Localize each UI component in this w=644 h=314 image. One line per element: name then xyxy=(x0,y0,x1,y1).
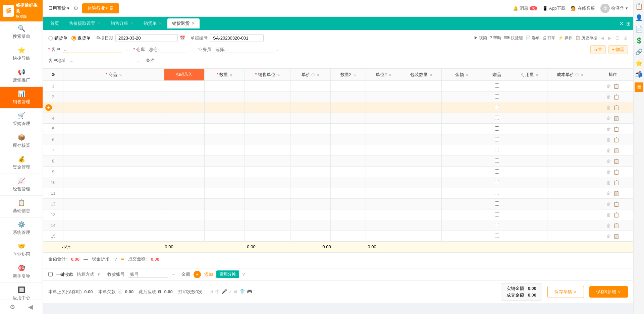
copy-row-btn[interactable]: 📋 xyxy=(613,201,619,207)
warehouse-input[interactable] xyxy=(147,46,187,53)
copy-row-btn[interactable]: 📋 xyxy=(613,212,619,217)
add-row-btn[interactable]: + xyxy=(45,104,52,111)
delete-row-btn[interactable]: 🗑 xyxy=(606,126,611,132)
delete-row-btn[interactable]: 🗑 xyxy=(606,223,611,228)
tab-close-delivery[interactable]: ✕ xyxy=(159,21,162,26)
delete-row-btn[interactable]: 🗑 xyxy=(606,148,611,153)
shortcut-btn[interactable]: ⌨ 快捷键 xyxy=(504,35,523,41)
gift-checkbox-10[interactable] xyxy=(495,180,499,184)
copy-row-btn[interactable]: 📋 xyxy=(613,169,619,175)
delete-row-btn[interactable]: 🗑 xyxy=(606,105,611,110)
view-list-icon[interactable]: ☰ xyxy=(615,36,620,41)
customer-more-btn[interactable]: ··· xyxy=(124,47,128,52)
delete-row-btn[interactable]: 🗑 xyxy=(606,201,611,207)
remark-input[interactable] xyxy=(157,57,291,64)
copy-row-btn[interactable]: 📋 xyxy=(613,83,619,89)
product-sort-icon[interactable]: ⇅ xyxy=(119,73,122,77)
one-key-checkbox[interactable] xyxy=(48,272,53,276)
price-sort-icon[interactable]: ⇅ xyxy=(317,73,319,77)
copy-row-btn[interactable]: 📋 xyxy=(613,116,619,121)
gift-checkbox-15[interactable] xyxy=(495,234,499,238)
address-input[interactable] xyxy=(68,57,135,64)
tab-close-price[interactable]: ✕ xyxy=(97,21,101,26)
settings-gear-icon[interactable]: ⚙ xyxy=(73,5,78,11)
save-draft-btn[interactable]: 保存草稿 ∧ xyxy=(547,286,584,298)
delete-row-btn[interactable]: 🗑 xyxy=(606,116,611,121)
user-menu[interactable]: 徐 徐泽华 ▾ xyxy=(600,4,628,13)
address-more-btn[interactable]: ··· xyxy=(137,58,141,63)
amount-sort-icon[interactable]: ⇅ xyxy=(466,73,468,77)
tab-close-return[interactable]: ✕ xyxy=(192,21,195,26)
gift-checkbox-13[interactable] xyxy=(495,212,499,216)
sidebar-item-system[interactable]: ⚙️ 系统管理 xyxy=(0,217,43,239)
radio-return[interactable]: 退货单 xyxy=(71,35,91,41)
unit-sort-icon[interactable]: ⇅ xyxy=(277,73,280,77)
sidebar-item-operations[interactable]: 📈 经营管理 xyxy=(0,174,43,196)
number-input[interactable] xyxy=(210,34,264,42)
pack-sort-icon[interactable]: ⇅ xyxy=(430,73,432,77)
cost-sort-icon[interactable]: ⇅ xyxy=(581,73,583,77)
help-btn[interactable]: ? 帮助 xyxy=(490,35,501,41)
gift-checkbox-14[interactable] xyxy=(495,223,499,227)
cost-info-icon[interactable]: ⓘ xyxy=(575,73,579,77)
panel-icon-8[interactable]: 🖥 xyxy=(635,82,643,92)
account-dots[interactable]: ··· xyxy=(172,272,175,277)
discount-question-icon[interactable]: ? xyxy=(115,257,117,262)
avail-sort-icon[interactable]: ⇅ xyxy=(536,73,538,77)
copy-row-btn[interactable]: 📋 xyxy=(613,94,619,100)
product-input-3[interactable] xyxy=(65,105,162,110)
company-dropdown[interactable]: 日用百货 ▾ xyxy=(48,5,69,11)
panel-icon-1[interactable]: 📋 xyxy=(635,3,643,10)
tab-price-settings[interactable]: 售价提取设置 ✕ xyxy=(64,18,105,28)
gift-checkbox-1[interactable] xyxy=(495,83,499,88)
history-btn[interactable]: 📋 历史单据 xyxy=(575,35,597,41)
sidebar-item-sales[interactable]: 📊 销售管理 xyxy=(0,87,43,109)
sidebar-item-finance[interactable]: 💰 资金管理 xyxy=(0,152,43,174)
fee-question-icon[interactable]: ? xyxy=(243,272,245,277)
sidebar-collapse-btn[interactable]: ◀ xyxy=(28,303,33,311)
price-info-icon[interactable]: ⓘ xyxy=(311,73,315,77)
maximize-tab-btn[interactable]: ⊞ xyxy=(626,20,631,27)
sidebar-item-apps[interactable]: 🔲 应用中心 xyxy=(0,283,43,300)
tab-sales-return[interactable]: 销货退货 ✕ xyxy=(167,18,200,28)
qty-sort-icon[interactable]: ⇅ xyxy=(230,73,232,77)
settlement-dropdown[interactable]: ▾ xyxy=(98,272,100,277)
unit2-sort-icon[interactable]: ⇅ xyxy=(389,73,391,77)
panel-icon-7[interactable]: 📬 xyxy=(635,71,643,78)
radio-delivery[interactable]: 销货单 xyxy=(48,35,67,41)
delete-row-btn[interactable]: 🗑 xyxy=(606,137,611,142)
gift-checkbox-8[interactable] xyxy=(495,159,499,163)
print-btn[interactable]: 🖨 打印 xyxy=(542,35,555,41)
copy-row-btn[interactable]: 📋 xyxy=(613,105,619,110)
customer-input[interactable] xyxy=(62,46,122,53)
tab-home[interactable]: 首页 xyxy=(46,18,64,28)
tab-sales-order[interactable]: 销售订单 ✕ xyxy=(106,18,138,28)
delete-row-btn[interactable]: 🗑 xyxy=(606,234,611,239)
view-grid-icon[interactable]: ⊞ xyxy=(624,36,627,41)
sidebar-item-base[interactable]: 📋 基础信息 xyxy=(0,196,43,217)
sidebar-item-shortcut[interactable]: ⭐ 快捷导航 xyxy=(0,43,43,65)
qty2-sort-icon[interactable]: ⇅ xyxy=(353,73,356,77)
copy-row-btn[interactable]: 📋 xyxy=(613,159,619,164)
sidebar-item-enterprise[interactable]: 🤝 企业协同 xyxy=(0,239,43,261)
gift-checkbox-9[interactable] xyxy=(495,169,499,174)
sidebar-item-search[interactable]: 🔍 搜索菜单 xyxy=(0,21,43,43)
panel-icon-6[interactable]: ⭐ xyxy=(635,60,643,67)
sidebar-item-guide[interactable]: 🎯 新手引导 xyxy=(0,261,43,283)
trial-btn[interactable]: 体验行业方案 xyxy=(82,3,119,13)
add-payment-btn[interactable]: + xyxy=(194,271,201,278)
gift-checkbox-7[interactable] xyxy=(495,148,499,152)
save-new-btn[interactable]: 保存&新增 ∨ xyxy=(589,286,628,298)
fee-btn[interactable]: 费用分摊 xyxy=(216,270,239,278)
gift-checkbox-2[interactable] xyxy=(495,94,499,99)
gift-checkbox-3[interactable] xyxy=(495,105,499,109)
copy-row-btn[interactable]: 📋 xyxy=(613,191,619,196)
scan-btn[interactable]: 扫码录入 xyxy=(173,71,196,78)
online-service-btn[interactable]: 💁 在线客服 xyxy=(571,5,595,11)
copy-row-btn[interactable]: 📋 xyxy=(613,126,619,132)
panel-icon-4[interactable]: 💲 xyxy=(635,37,643,44)
delete-row-btn[interactable]: 🗑 xyxy=(606,180,611,185)
nav-next-icon[interactable]: ▶ xyxy=(608,36,611,41)
delete-row-btn[interactable]: 🗑 xyxy=(606,94,611,100)
calendar-icon[interactable]: 📅 xyxy=(180,36,185,41)
